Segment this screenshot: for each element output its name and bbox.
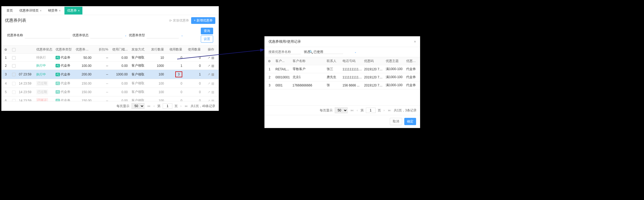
gear-icon[interactable]: ⚙ [4, 48, 8, 52]
modal-status-select[interactable] [314, 50, 354, 54]
prev-page-button[interactable]: ‹ [356, 108, 358, 112]
col-action: 操作 [203, 46, 219, 54]
table-row[interactable]: 514 23:59已过期代代金券150.00--0.00客户领取10000↗▦ [2, 88, 219, 96]
col-type[interactable]: 优惠券类型 [54, 46, 75, 54]
table-row[interactable]: 1RETAIL...零散客户张三111111111112019120 70...… [265, 65, 420, 73]
filter-type-select[interactable] [147, 32, 179, 38]
qrcode-icon[interactable]: ▦ [211, 90, 214, 94]
table-row[interactable]: 2执行中代代金券100.00--0.00客户领取100010↗▦ [2, 62, 219, 70]
external-link-icon[interactable]: ↗ [208, 56, 210, 60]
status-badge: 已过期 [36, 81, 48, 86]
filter-type-label: 优惠券类型 [129, 33, 145, 38]
perpage-select[interactable]: 50 [335, 107, 348, 113]
table-row[interactable]: 200010001北京1唐先生111111111112019120 70...满… [265, 73, 420, 81]
col-use-qty[interactable]: 使用数量 [185, 46, 203, 54]
filter-bar: 优惠券名称 优惠券状态 ⌄ 优惠券类型 ⌄ 查询 设置 [2, 26, 219, 45]
modal-status-label: 状态 [304, 50, 310, 54]
col-discount[interactable]: 折扣% [94, 46, 111, 54]
col-type[interactable]: 优惠券类 [405, 57, 420, 65]
status-badge: 已终止 [36, 98, 48, 101]
usage-record-table: ⚙ 客户... 客户名称 联系人 电话号码 优惠码 优惠主题 优惠券类 1RET… [265, 57, 420, 89]
first-page-button[interactable]: ⏮ [350, 108, 354, 112]
modal-title: 优惠券领用/使用记录 [268, 39, 301, 44]
voucher-icon: 代 [56, 64, 60, 67]
tab-bar: 首页 优惠券详情页× 销货单× 优惠券× [2, 6, 219, 15]
chevron-down-icon: ⌄ [125, 34, 127, 37]
voucher-icon: 代 [56, 82, 60, 85]
close-icon[interactable]: × [414, 39, 416, 44]
col-code[interactable]: 优惠码 [363, 57, 384, 65]
page-input[interactable] [366, 108, 376, 113]
external-link-icon[interactable]: ↗ [208, 64, 210, 68]
voucher-icon: 代 [56, 56, 60, 59]
first-page-button[interactable]: ⏮ [147, 104, 151, 108]
table-row[interactable]: 1待执行代代金券50.00--0.00客户领取1000↗▦ [2, 54, 219, 62]
prev-page-button[interactable]: ‹ [153, 104, 155, 108]
select-all-checkbox[interactable] [12, 48, 16, 52]
col-face[interactable]: 优惠券面值 [75, 46, 94, 54]
close-icon[interactable]: × [78, 9, 80, 13]
coupon-table-wrapper: ⚙ 优惠券状态 优惠券类型 优惠券面值 折扣% 使用门槛... 发放方式 发行数… [2, 45, 219, 101]
usage-record-modal: 优惠券领用/使用记录 × 🔍 状态 ⌄ ⚙ 客户... 客户名称 联系人 [264, 36, 420, 128]
table-row[interactable]: 614 23:59已终止代代金券150.00--0.00客户领取10000↗▦ [2, 96, 219, 101]
last-page-button[interactable]: ⏭ [184, 104, 188, 108]
tab-home[interactable]: 首页 [4, 7, 16, 14]
table-row[interactable]: 3000117666666666张156 6666 ...2019120 70.… [265, 81, 420, 89]
cancel-button[interactable]: 取消 [390, 118, 402, 125]
col-contact[interactable]: 联系人 [326, 57, 341, 65]
qrcode-icon[interactable]: ▦ [211, 82, 214, 85]
table-row[interactable]: 307 23:59执行中代代金券200.00--1000.00客户领取10031… [2, 70, 219, 79]
row-checkbox[interactable] [12, 64, 16, 68]
issue-coupon-button[interactable]: ⟳ 发放优惠券 [169, 18, 189, 23]
close-icon[interactable]: × [40, 9, 42, 13]
ok-button[interactable]: 确定 [404, 118, 416, 125]
filter-name-input[interactable] [25, 32, 70, 38]
external-link-icon[interactable]: ↗ [208, 82, 210, 85]
row-checkbox[interactable] [12, 82, 16, 85]
settings-button[interactable]: 设置 [201, 35, 213, 43]
col-subject[interactable]: 优惠主题 [385, 57, 405, 65]
chevron-down-icon: ⌄ [354, 50, 356, 53]
search-button[interactable]: 查询 [201, 28, 213, 34]
qrcode-icon[interactable]: ▦ [211, 99, 214, 101]
col-customer-name[interactable]: 客户名称 [292, 57, 326, 65]
row-checkbox[interactable] [12, 73, 16, 76]
tab-coupon[interactable]: 优惠券× [64, 7, 82, 14]
last-page-button[interactable]: ⏭ [387, 108, 392, 112]
table-row[interactable]: 414 23:59已过期代代金券150.00--0.00客户领取10000↗▦ [2, 79, 219, 88]
page-input[interactable] [163, 103, 172, 109]
qrcode-icon[interactable]: ▦ [211, 64, 214, 68]
pager: 每页显示 50 ⏮ ‹ 第 页 › ⏭ 共1页，49条记录 [2, 101, 219, 111]
status-badge: 已过期 [36, 89, 48, 94]
filter-status-select[interactable] [90, 32, 122, 38]
chevron-down-icon: ⌄ [181, 34, 183, 37]
gear-icon[interactable]: ⚙ [268, 59, 271, 63]
external-link-icon[interactable]: ↗ [208, 99, 210, 101]
modal-search-input[interactable] [268, 50, 309, 54]
row-checkbox[interactable] [12, 56, 16, 60]
external-link-icon[interactable]: ↗ [208, 90, 210, 94]
col-status[interactable]: 优惠券状态 [35, 46, 55, 54]
next-page-button[interactable]: › [180, 104, 182, 108]
filter-name-label: 优惠券名称 [7, 33, 23, 38]
qrcode-icon[interactable]: ▦ [211, 56, 214, 60]
col-customer[interactable]: 客户... [274, 57, 292, 65]
col-threshold[interactable]: 使用门槛... [111, 46, 130, 54]
coupon-list-panel: 首页 优惠券详情页× 销货单× 优惠券× 优惠券列表 ⟳ 发放优惠券 + 新增优… [1, 6, 219, 111]
add-coupon-button[interactable]: + 新增优惠券 [191, 17, 215, 24]
voucher-icon: 代 [56, 90, 60, 94]
row-checkbox[interactable] [12, 90, 16, 94]
row-checkbox[interactable] [12, 99, 16, 101]
col-issue-qty[interactable]: 发行数量 [148, 46, 167, 54]
perpage-select[interactable]: 50 [132, 103, 144, 109]
close-icon[interactable]: × [59, 9, 61, 13]
next-page-button[interactable]: › [383, 108, 385, 112]
claim-count-link[interactable]: 3 [175, 71, 183, 77]
col-claim-qty[interactable]: 领用数量 [167, 46, 185, 54]
col-phone[interactable]: 电话号码 [341, 57, 363, 65]
tab-sales-order[interactable]: 销货单× [45, 7, 63, 14]
tab-coupon-detail[interactable]: 优惠券详情页× [17, 7, 44, 14]
external-link-icon[interactable]: ↗ [208, 72, 210, 76]
qrcode-icon[interactable]: ▦ [211, 72, 214, 76]
col-method[interactable]: 发放方式 [130, 46, 148, 54]
